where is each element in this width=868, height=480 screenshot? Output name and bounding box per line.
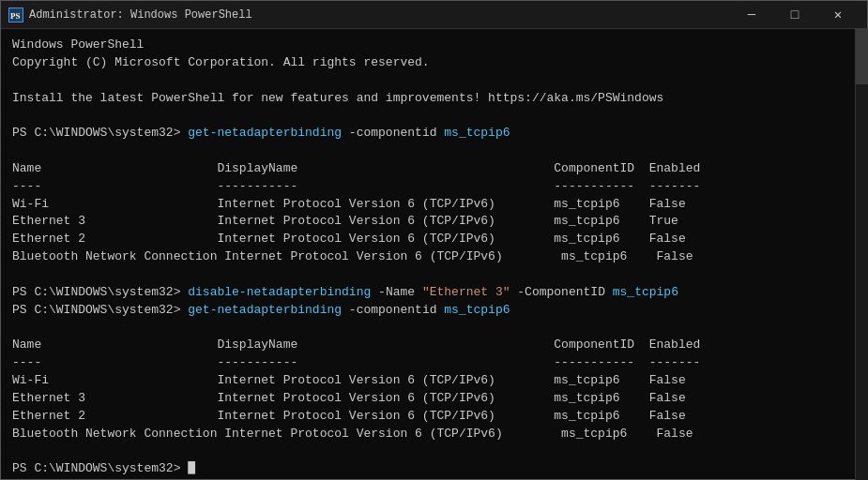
final-prompt-line[interactable]: PS C:\WINDOWS\system32> █ xyxy=(12,460,856,478)
table1-header: Name DisplayName ComponentID Enabled xyxy=(12,160,856,178)
window-title: Administrator: Windows PowerShell xyxy=(29,8,730,22)
cmd-2-val2: ms_tcpip6 xyxy=(613,285,678,299)
prompt-4: PS C:\WINDOWS\system32> xyxy=(12,461,188,475)
cmd-3-param: -componentid xyxy=(342,303,444,317)
cmd-2-val1: "Ethernet 3" xyxy=(422,285,510,299)
command-line-2: PS C:\WINDOWS\system32> disable-netadapt… xyxy=(12,284,856,302)
table2-row-4: Bluetooth Network Connection Internet Pr… xyxy=(12,426,856,443)
scrollbar[interactable] xyxy=(855,28,868,480)
cmd-2-param1: -Name xyxy=(371,285,422,299)
table1-row-2: Ethernet 3 Internet Protocol Version 6 (… xyxy=(12,213,856,231)
table1-row-3: Ethernet 2 Internet Protocol Version 6 (… xyxy=(12,231,856,248)
svg-text:PS: PS xyxy=(10,11,21,21)
cmd-2-text: disable-netadapterbinding xyxy=(188,285,371,299)
cmd-3-text: get-netadapterbinding xyxy=(188,303,342,317)
titlebar: PS Administrator: Windows PowerShell ─ □… xyxy=(1,1,867,29)
table2-header: Name DisplayName ComponentID Enabled xyxy=(12,337,856,354)
ps-install-line: Install the latest PowerShell for new fe… xyxy=(12,90,856,108)
prompt-3: PS C:\WINDOWS\system32> xyxy=(12,303,188,317)
cmd-3-value: ms_tcpip6 xyxy=(444,303,510,317)
command-line-3: PS C:\WINDOWS\system32> get-netadapterbi… xyxy=(12,302,856,320)
maximize-button[interactable]: □ xyxy=(773,1,816,29)
cmd-1-value: ms_tcpip6 xyxy=(444,126,510,140)
table1-row-4: Bluetooth Network Connection Internet Pr… xyxy=(12,248,856,266)
cmd-1-param: -componentid xyxy=(342,126,444,140)
minimize-button[interactable]: ─ xyxy=(730,1,773,29)
table2-row-2: Ethernet 3 Internet Protocol Version 6 (… xyxy=(12,390,856,408)
table2-row-3: Ethernet 2 Internet Protocol Version 6 (… xyxy=(12,408,856,426)
table1-separator: ---- ----------- ----------- ------- xyxy=(12,178,856,196)
prompt-1: PS C:\WINDOWS\system32> xyxy=(12,126,188,140)
ps-header-line1: Windows PowerShell xyxy=(12,37,856,54)
command-line-1: PS C:\WINDOWS\system32> get-netadapterbi… xyxy=(12,125,856,142)
empty-line-1 xyxy=(12,72,856,90)
close-button[interactable]: ✕ xyxy=(816,1,860,29)
app-icon: PS xyxy=(8,8,23,22)
ps-header-line2: Copyright (C) Microsoft Corporation. All… xyxy=(12,54,856,72)
terminal-output: Windows PowerShell Copyright (C) Microso… xyxy=(1,29,867,479)
cmd-2-param2: -ComponentID xyxy=(510,285,613,299)
cmd-1-text: get-netadapterbinding xyxy=(188,126,342,140)
prompt-2: PS C:\WINDOWS\system32> xyxy=(12,285,188,299)
cursor: █ xyxy=(188,461,195,475)
empty-line-4 xyxy=(12,266,856,284)
window-controls: ─ □ ✕ xyxy=(730,1,860,29)
table2-separator: ---- ----------- ----------- ------- xyxy=(12,354,856,372)
empty-line-3 xyxy=(12,142,856,160)
empty-line-5 xyxy=(12,320,856,338)
table1-row-1: Wi-Fi Internet Protocol Version 6 (TCP/I… xyxy=(12,196,856,214)
table2-row-1: Wi-Fi Internet Protocol Version 6 (TCP/I… xyxy=(12,372,856,390)
empty-line-6 xyxy=(12,442,856,460)
empty-line-2 xyxy=(12,107,856,125)
scrollbar-thumb[interactable] xyxy=(856,28,868,84)
